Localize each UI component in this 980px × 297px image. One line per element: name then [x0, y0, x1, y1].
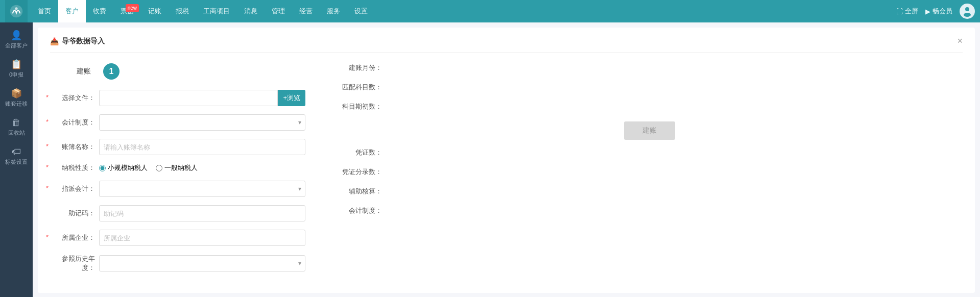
nav-item-message[interactable]: 消息	[237, 0, 265, 22]
assign-accountant-label: 指派会计：	[50, 184, 95, 193]
form-left: 建账 1 选择文件： +浏览	[50, 63, 305, 281]
voucher-entries-label: 凭证分录数：	[336, 167, 382, 177]
import-icon: 📥	[50, 37, 59, 45]
accounting-system-label: 会计制度：	[50, 118, 95, 127]
tax-type-small-label: 小规模纳税人	[108, 163, 148, 172]
nav-item-service[interactable]: 服务	[320, 0, 347, 22]
sidebar-item-account-migrate-label: 账套迁移	[5, 100, 28, 108]
sidebar-item-tag-settings[interactable]: 🏷 标签设置	[2, 143, 31, 170]
history-year-label: 参照历史年度：	[50, 254, 95, 273]
nav-item-settings[interactable]: 设置	[347, 0, 375, 22]
new-badge: new	[126, 4, 139, 12]
tax-type-small-radio[interactable]: 小规模纳税人	[99, 163, 148, 172]
tax-type-general-input[interactable]	[156, 165, 162, 171]
assign-accountant-select[interactable]	[99, 181, 305, 197]
file-select-row: 选择文件： +浏览	[50, 90, 305, 106]
initial-subjects-row: 科目期初数：	[336, 102, 963, 111]
all-customers-icon: 👤	[11, 31, 22, 40]
nav-item-business[interactable]: 工商项目	[196, 0, 237, 22]
accounting-system-row: 会计制度：	[50, 114, 305, 131]
company-row: 所属企业：	[50, 230, 305, 246]
company-input[interactable]	[99, 230, 305, 246]
vouchers-label: 凭证数：	[336, 148, 382, 157]
member-button[interactable]: ▶ 畅会员	[925, 7, 952, 16]
panel-header: 📥 导爷数据导入 ×	[50, 36, 963, 53]
memo-code-input[interactable]	[99, 205, 305, 221]
nav-item-home[interactable]: 首页	[31, 0, 58, 22]
accounting-system-select[interactable]	[99, 114, 305, 131]
right-accounting-system-label: 会计制度：	[336, 206, 382, 215]
browse-button[interactable]: +浏览	[278, 90, 305, 106]
vouchers-row: 凭证数：	[336, 148, 963, 157]
fullscreen-icon: ⛶	[896, 8, 903, 15]
build-account-button[interactable]: 建账	[624, 121, 675, 140]
svg-point-2	[965, 7, 969, 11]
assign-accountant-select-wrap	[99, 181, 305, 197]
company-label: 所属企业：	[50, 233, 95, 242]
avatar-icon	[961, 5, 973, 17]
form-right: 建账月份： 匹配科目数： 科目期初数： 建账	[305, 63, 963, 281]
sidebar-item-all-customers-label: 全部客户	[5, 42, 28, 50]
svg-point-3	[964, 13, 971, 17]
sidebar-item-recycle[interactable]: 🗑 回收站	[2, 114, 31, 141]
nav-item-tax[interactable]: 报税	[169, 0, 196, 22]
logo-icon	[9, 4, 23, 18]
ledger-name-input[interactable]	[99, 139, 305, 155]
recycle-icon: 🗑	[12, 118, 21, 127]
nav-right-area: ⛶ 全屏 ▶ 畅会员	[896, 4, 975, 19]
match-subjects-row: 匹配科目数：	[336, 83, 963, 92]
memo-code-row: 助记码：	[50, 205, 305, 221]
right-accounting-system-row: 会计制度：	[336, 206, 963, 215]
close-button[interactable]: ×	[957, 36, 963, 46]
nav-item-ledger[interactable]: 记账	[141, 0, 169, 22]
sidebar-item-tag-settings-label: 标签设置	[5, 158, 28, 166]
tax-type-general-label: 一般纳税人	[164, 163, 198, 172]
sidebar-item-declaration-label: 0申报	[9, 71, 23, 79]
step-area: 建账 1	[50, 63, 305, 80]
tag-settings-icon: 🏷	[12, 147, 21, 156]
step-circle: 1	[103, 63, 119, 80]
content-area: 📥 导爷数据导入 × 建账 1	[33, 22, 980, 297]
month-label: 建账月份：	[336, 63, 382, 72]
logo	[5, 0, 28, 22]
file-input[interactable]	[99, 90, 278, 106]
import-panel: 📥 导爷数据导入 × 建账 1	[38, 28, 975, 293]
fullscreen-button[interactable]: ⛶ 全屏	[896, 7, 918, 16]
history-year-select-wrap	[99, 255, 305, 271]
assign-accountant-row: 指派会计：	[50, 181, 305, 197]
main-layout: 👤 全部客户 📋 0申报 📦 账套迁移 🗑 回收站 🏷 标签设置 📥 导爷	[0, 22, 980, 297]
sidebar-item-declaration[interactable]: 📋 0申报	[2, 56, 31, 83]
file-label: 选择文件：	[50, 93, 95, 103]
sidebar-item-recycle-label: 回收站	[8, 129, 25, 137]
sidebar-item-all-customers[interactable]: 👤 全部客户	[2, 27, 31, 54]
tax-type-small-input[interactable]	[99, 165, 106, 171]
nav-item-customer[interactable]: 客户	[58, 0, 86, 22]
panel-title: 📥 导爷数据导入	[50, 37, 105, 46]
month-row: 建账月份：	[336, 63, 963, 72]
top-navigation: 首页 客户 收费 票据 new 记账 报税 工商项目 消息 管理 经营 服务 设…	[0, 0, 980, 22]
declaration-icon: 📋	[11, 60, 22, 69]
nav-item-invoice[interactable]: 票据 new	[113, 0, 141, 22]
sidebar-item-account-migrate[interactable]: 📦 账套迁移	[2, 85, 31, 112]
account-migrate-icon: 📦	[11, 89, 22, 98]
nav-item-manage[interactable]: 管理	[265, 0, 292, 22]
initial-subjects-label: 科目期初数：	[336, 102, 382, 111]
ledger-name-row: 账簿名称：	[50, 139, 305, 155]
nav-menu: 首页 客户 收费 票据 new 记账 报税 工商项目 消息 管理 经营 服务 设…	[31, 0, 896, 22]
nav-item-collection[interactable]: 收费	[86, 0, 113, 22]
nav-item-operation[interactable]: 经营	[292, 0, 320, 22]
svg-point-1	[15, 7, 17, 10]
tax-type-general-radio[interactable]: 一般纳税人	[156, 163, 198, 172]
file-row: +浏览	[99, 90, 305, 106]
tax-type-label: 纳税性质：	[50, 163, 95, 172]
ledger-name-label: 账簿名称：	[50, 142, 95, 152]
memo-code-label: 助记码：	[50, 209, 95, 218]
avatar[interactable]	[960, 4, 975, 19]
form-body: 建账 1 选择文件： +浏览	[50, 63, 963, 281]
play-icon: ▶	[925, 8, 930, 15]
history-year-row: 参照历史年度：	[50, 254, 305, 273]
accounting-system-select-wrap	[99, 114, 305, 131]
tax-type-row: 纳税性质： 小规模纳税人 一般纳税人	[50, 163, 305, 172]
history-year-select[interactable]	[99, 255, 305, 271]
step-label: 建账	[77, 67, 91, 75]
